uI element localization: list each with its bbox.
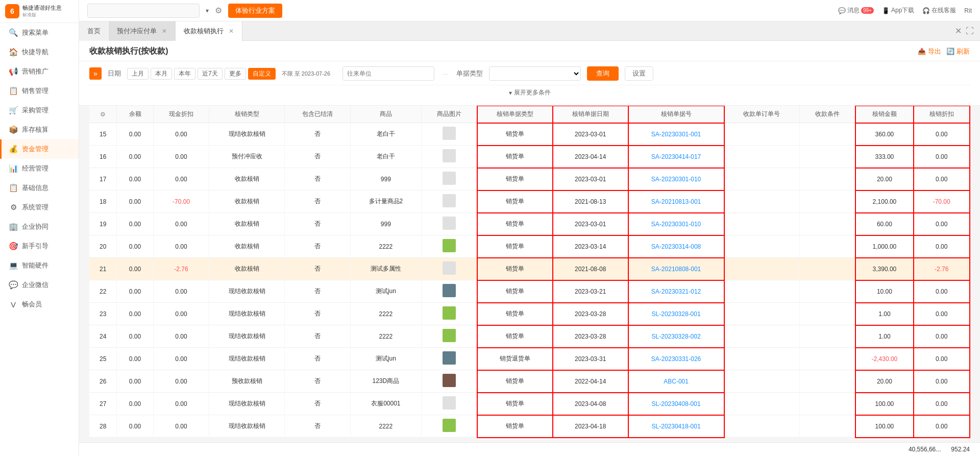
- tab-receipt-cancel[interactable]: 收款核销执行 ✕: [176, 21, 242, 41]
- date-btn-more[interactable]: 更多: [225, 68, 246, 80]
- date-btn-this-month[interactable]: 本月: [151, 68, 172, 80]
- cell-goods-img: [422, 258, 478, 280]
- table-header-row: ⚙ 余额 现金折扣 核销类型 包含已结清 商品 商品图片 核销单据类型 核销单据…: [89, 106, 970, 123]
- cancel-bill-no-link[interactable]: SA-20230301-001: [651, 131, 701, 138]
- date-btn-custom[interactable]: 自定义: [248, 68, 276, 80]
- cancel-bill-no-link[interactable]: SA-20230331-026: [651, 355, 701, 363]
- date-btn-this-year[interactable]: 本年: [174, 68, 195, 80]
- bill-type-select[interactable]: [489, 66, 581, 81]
- cancel-bill-no-link[interactable]: SA-20210813-001: [651, 198, 701, 205]
- tab-expand-icon[interactable]: ⛶: [966, 27, 974, 36]
- sidebar-item-hardware[interactable]: 💻智能硬件: [0, 256, 79, 275]
- sidebar-item-sales[interactable]: 📋销售管理: [0, 81, 79, 101]
- dropdown-trigger[interactable]: ▾: [206, 7, 209, 14]
- refresh-icon: 🔄: [946, 47, 954, 55]
- cell-balance: 0.00: [117, 415, 153, 438]
- search-input[interactable]: [87, 4, 200, 18]
- tab-home[interactable]: 首页: [79, 21, 109, 41]
- sidebar-item-basic[interactable]: 📋基础信息: [0, 178, 79, 198]
- solution-button[interactable]: 体验行业方案: [228, 4, 282, 18]
- th-cancel-bill-type: 核销单据类型: [477, 106, 553, 123]
- cell-goods: 999: [350, 168, 421, 190]
- tab-receipt-cancel-label: 收款核销执行: [184, 27, 224, 36]
- sidebar-icon-corp: 🏢: [9, 222, 18, 231]
- cell-balance: 0.00: [117, 348, 153, 370]
- sidebar-item-finance[interactable]: 💰资金管理: [0, 139, 79, 159]
- cell-cash-discount: 0.00: [153, 168, 209, 190]
- cell-receipt-order-no: [724, 325, 800, 348]
- cancel-bill-no-link[interactable]: SA-20230301-010: [651, 221, 701, 228]
- cell-cancel-discount: 0.00: [914, 348, 970, 370]
- cancel-bill-no-link[interactable]: ABC-001: [664, 378, 689, 385]
- table-row: 25 0.00 0.00 现结收款核销 否 测试jun 销货退货单 2023-0…: [89, 348, 970, 370]
- user-menu[interactable]: Rit: [964, 7, 972, 14]
- cell-receipt-condition: [799, 415, 855, 438]
- tab-prepay[interactable]: 预付冲应付单 ✕: [109, 21, 176, 41]
- message-button[interactable]: 💬 消息 99+: [838, 6, 874, 15]
- cell-cancel-bill-date: 2023-03-31: [553, 348, 628, 370]
- settings-icon[interactable]: ⚙: [215, 6, 222, 15]
- sidebar-item-system[interactable]: ⚙系统管理: [0, 198, 79, 217]
- cancel-bill-no-link[interactable]: SA-20230301-010: [651, 176, 701, 183]
- cell-cancel-bill-no: SA-20230321-012: [628, 280, 724, 303]
- sidebar-item-business[interactable]: 📊经营管理: [0, 159, 79, 178]
- filter-expand-button[interactable]: »: [89, 67, 102, 80]
- cell-receipt-condition: [799, 370, 855, 393]
- sidebar-item-wechat[interactable]: 💬企业微信: [0, 275, 79, 295]
- date-range-display: 不限 至 2023-07-26: [282, 70, 330, 78]
- query-button[interactable]: 查询: [587, 66, 619, 81]
- table-row: 26 0.00 0.00 预收款核销 否 123D商品 销货单 2022-04-…: [89, 370, 970, 393]
- sidebar-item-member[interactable]: V畅会员: [0, 295, 79, 314]
- tab-close-window-icon[interactable]: ✕: [955, 26, 962, 36]
- sidebar-item-corp[interactable]: 🏢企业协同: [0, 217, 79, 236]
- cell-cancel-type: 现结收款核销: [209, 415, 285, 438]
- tab-receipt-cancel-close[interactable]: ✕: [229, 28, 234, 35]
- cancel-bill-no-link[interactable]: SA-20230314-008: [651, 243, 701, 250]
- cancel-bill-no-link[interactable]: SL-20230408-001: [652, 400, 701, 407]
- cell-cash-discount: 0.00: [153, 280, 209, 303]
- cell-goods: 测试多属性: [350, 258, 421, 280]
- expand-more-button[interactable]: ▾ 展开更多条件: [509, 88, 551, 97]
- sidebar-item-search[interactable]: 🔍搜索菜单: [0, 23, 79, 42]
- cell-receipt-order-no: [724, 370, 800, 393]
- tab-prepay-close[interactable]: ✕: [162, 28, 167, 35]
- headset-icon: 🎧: [922, 7, 930, 14]
- cancel-bill-no-link[interactable]: SA-20210808-001: [651, 266, 701, 273]
- cell-cancel-amount: 100.00: [855, 415, 914, 438]
- cell-cancel-bill-no: SL-20230408-001: [628, 393, 724, 415]
- cancel-bill-no-link[interactable]: SL-20230418-001: [652, 423, 701, 430]
- refresh-button[interactable]: 🔄 刷新: [946, 47, 970, 56]
- partner-input[interactable]: [342, 66, 434, 81]
- sidebar: 6 畅捷通谐好生意 标准版 🔍搜索菜单🏠快捷导航📢营销推广📋销售管理🛒采购管理📦…: [0, 0, 79, 456]
- online-service-button[interactable]: 🎧 在线客服: [922, 6, 956, 15]
- th-settings[interactable]: ⚙: [89, 106, 117, 123]
- cancel-bill-no-link[interactable]: SA-20230321-012: [651, 288, 701, 295]
- cell-no: 16: [89, 146, 117, 168]
- cell-cancel-amount: 60.00: [855, 213, 914, 235]
- sidebar-item-quick[interactable]: 🏠快捷导航: [0, 42, 79, 62]
- cell-no: 26: [89, 370, 117, 393]
- sidebar-item-marketing[interactable]: 📢营销推广: [0, 62, 79, 81]
- cancel-bill-no-link[interactable]: SL-20230328-002: [652, 333, 701, 340]
- cell-cancel-amount: 1.00: [855, 303, 914, 325]
- cell-cash-discount: 0.00: [153, 123, 209, 146]
- cell-cancel-bill-no: SA-20230314-008: [628, 235, 724, 258]
- cell-cancel-bill-date: 2023-03-21: [553, 280, 628, 303]
- sidebar-item-inventory[interactable]: 📦库存核算: [0, 120, 79, 139]
- cell-cancel-bill-no: SA-20230301-001: [628, 123, 724, 146]
- message-icon: 💬: [838, 7, 846, 14]
- sidebar-item-purchase[interactable]: 🛒采购管理: [0, 101, 79, 120]
- cell-receipt-condition: [799, 123, 855, 146]
- date-btn-7days[interactable]: 近7天: [198, 68, 223, 80]
- app-download-button[interactable]: 📱 App下载: [882, 6, 914, 15]
- export-button[interactable]: 📤 导出: [918, 47, 941, 56]
- settings-button[interactable]: 设置: [625, 66, 653, 81]
- cell-receipt-condition: [799, 258, 855, 280]
- table-row: 28 0.00 0.00 现结收款核销 否 2222 销货单 2023-04-1…: [89, 415, 970, 438]
- cancel-bill-no-link[interactable]: SA-20230414-017: [651, 153, 701, 160]
- cell-cancel-discount: 0.00: [914, 235, 970, 258]
- sidebar-item-guide[interactable]: 🎯新手引导: [0, 236, 79, 256]
- sidebar-icon-guide: 🎯: [9, 242, 18, 251]
- cancel-bill-no-link[interactable]: SL-20230328-001: [652, 310, 701, 318]
- date-btn-last-month[interactable]: 上月: [127, 68, 149, 80]
